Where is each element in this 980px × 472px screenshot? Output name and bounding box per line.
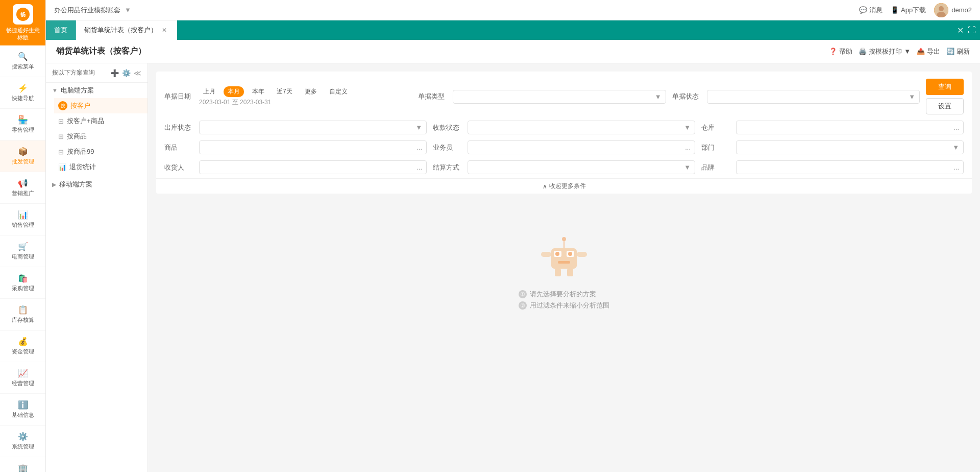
add-scheme-icon[interactable]: ➕ [110, 69, 119, 77]
user-btn[interactable]: demo2 [934, 3, 972, 17]
sidebar-item-system[interactable]: ⚙️ 系统管理 [0, 426, 45, 457]
receipt-arrow: ▼ [684, 124, 691, 131]
collapse-bar[interactable]: ∧ 收起更多条件 [156, 178, 972, 194]
tab-home[interactable]: 首页 [46, 20, 76, 40]
mobile-group-label: 移动端方案 [59, 180, 92, 189]
message-icon: 💬 [859, 6, 867, 14]
sidebar-item-purchase[interactable]: 🛍️ 采购管理 [0, 267, 45, 299]
panel-actions: ➕ ⚙️ ≪ [110, 69, 141, 77]
sidebar-item-sales[interactable]: 📊 销售管理 [0, 204, 45, 235]
tab-bar: 首页 销货单统计表（按客户） ✕ ✕ ⛶ [46, 20, 980, 40]
tree-item-return-stat[interactable]: 📊 退货统计 [54, 159, 148, 175]
sidebar-item-ecommerce[interactable]: 🛒 电商管理 [0, 235, 45, 267]
settlement-label: 结算方式 [433, 163, 463, 172]
tree-children-desktop: 按 按客户 ⊞ 按客户+商品 ⊟ 按商品 ⊟ 按商品99 [46, 98, 148, 175]
sidebar-item-operation[interactable]: 📈 经营管理 [0, 362, 45, 394]
messages-btn[interactable]: 💬 消息 [859, 6, 883, 15]
svg-point-3 [939, 6, 944, 11]
order-type-select[interactable]: ▼ [453, 90, 666, 104]
page-header-actions: ❓ 帮助 🖨️ 按模板打印 ▼ 📤 导出 🔄 刷新 [829, 47, 970, 56]
sidebar-item-enterprise[interactable]: 🏢 企业协同 [0, 457, 45, 472]
tree-item-by-product[interactable]: ⊟ 按商品 [54, 129, 148, 144]
print-btn[interactable]: 🖨️ 按模板打印 ▼ [859, 47, 911, 56]
search-icon: 🔍 [18, 52, 28, 61]
brand-row: 品牌 ... [701, 160, 964, 174]
sidebar-item-basic[interactable]: ℹ️ 基础信息 [0, 394, 45, 426]
sidebar-item-finance[interactable]: 💰 资金管理 [0, 331, 45, 362]
dropdown-arrow[interactable]: ▼ [125, 6, 131, 14]
settlement-arrow: ▼ [684, 163, 691, 171]
refresh-btn[interactable]: 🔄 刷新 [946, 47, 970, 56]
warehouse-label: 仓库 [701, 123, 732, 132]
svg-rect-12 [567, 269, 573, 276]
collapse-panel-icon[interactable]: ≪ [134, 69, 141, 77]
sidebar-item-marketing-label: 营销推广 [12, 190, 34, 197]
date-range-text: 2023-03-01 至 2023-03-31 [199, 98, 412, 107]
settings-scheme-icon[interactable]: ⚙️ [122, 69, 131, 77]
sidebar-item-operation-label: 经营管理 [12, 380, 34, 387]
tree-group-mobile[interactable]: ▶ 移动端方案 [46, 177, 148, 192]
brand-dots[interactable]: ... [953, 163, 959, 171]
sidebar-item-wholesale[interactable]: 📦 批发管理 [0, 140, 45, 172]
goods-input[interactable]: ... [199, 140, 427, 154]
settlement-select[interactable]: ▼ [468, 160, 695, 174]
date-tab-last-month[interactable]: 上月 [199, 86, 219, 97]
outbound-arrow: ▼ [415, 124, 422, 131]
warehouse-input[interactable]: ... [736, 121, 964, 134]
order-status-select[interactable]: ▼ [707, 90, 920, 104]
sidebar-logo[interactable]: 畅 畅捷通好生意 标版 [0, 0, 45, 45]
date-tab-7days[interactable]: 近7天 [273, 86, 297, 97]
tree-item-by-customer[interactable]: 按 按客户 [54, 98, 148, 113]
department-select[interactable]: ▼ [736, 140, 964, 154]
inventory-icon: 📋 [18, 305, 28, 315]
tree-item-by-product-99[interactable]: ⊟ 按商品99 [54, 144, 148, 159]
tree-group-desktop[interactable]: ▼ 电脑端方案 [46, 83, 148, 98]
action-buttons-col: 查询 设置 [926, 79, 964, 114]
salesperson-dots[interactable]: ... [685, 144, 691, 151]
sidebar-item-search[interactable]: 🔍 搜索菜单 [0, 45, 45, 77]
receiver-input[interactable]: ... [199, 160, 427, 174]
sidebar-item-marketing[interactable]: 📢 营销推广 [0, 172, 45, 204]
export-btn[interactable]: 📤 导出 [917, 47, 940, 56]
brand-input[interactable]: ... [736, 160, 964, 174]
left-panel: 按以下方案查询 ➕ ⚙️ ≪ ▼ 电脑端方案 按 按客户 [46, 63, 148, 472]
tab-sales-stat[interactable]: 销货单统计表（按客户） ✕ [76, 20, 177, 40]
print-dropdown-icon[interactable]: ▼ [904, 48, 911, 55]
finance-icon: 💰 [18, 337, 28, 346]
sidebar-item-inventory[interactable]: 📋 库存核算 [0, 299, 45, 331]
tab-expand-icon[interactable]: ⛶ [968, 26, 976, 35]
warehouse-dots[interactable]: ... [953, 124, 959, 131]
refresh-icon: 🔄 [946, 48, 954, 55]
date-tab-this-month[interactable]: 本月 [224, 86, 244, 97]
receiver-dots[interactable]: ... [416, 163, 422, 171]
sales-icon: 📊 [18, 210, 28, 220]
tree-item-by-customer-product[interactable]: ⊞ 按客户+商品 [54, 113, 148, 129]
sidebar-item-quick-nav[interactable]: ⚡ 快捷导航 [0, 77, 45, 109]
sidebar-item-purchase-label: 采购管理 [12, 285, 34, 292]
sidebar-item-wholesale-label: 批发管理 [12, 158, 34, 166]
date-label: 单据日期 [164, 92, 195, 101]
warehouse-row: 仓库 ... [701, 121, 964, 134]
sidebar: 畅 畅捷通好生意 标版 🔍 搜索菜单 ⚡ 快捷导航 🏪 零售管理 📦 批发管理 … [0, 0, 46, 472]
date-tab-custom[interactable]: 自定义 [325, 86, 352, 97]
date-tab-more[interactable]: 更多 [301, 86, 321, 97]
date-picker-group: 上月 本月 本年 近7天 更多 自定义 2023-03-01 至 2023-03… [199, 86, 412, 107]
receipt-select[interactable]: ▼ [468, 121, 695, 134]
outbound-select[interactable]: ▼ [199, 121, 427, 134]
salesperson-input[interactable]: ... [468, 140, 695, 154]
app-download-btn[interactable]: 📱 App下载 [891, 6, 926, 15]
sidebar-item-retail[interactable]: 🏪 零售管理 [0, 109, 45, 140]
goods-dots[interactable]: ... [416, 144, 422, 151]
date-tab-this-year[interactable]: 本年 [248, 86, 268, 97]
company-title: 办公用品行业模拟账套 [54, 6, 120, 15]
help-btn[interactable]: ❓ 帮助 [829, 47, 852, 56]
tab-close-icon[interactable]: ✕ [160, 26, 168, 34]
tip-num-1: ① [519, 290, 527, 298]
settings-button[interactable]: 设置 [926, 98, 964, 114]
export-icon: 📤 [917, 48, 925, 55]
sidebar-item-ecommerce-label: 电商管理 [12, 253, 34, 261]
receipt-label: 收款状态 [433, 123, 463, 132]
query-button[interactable]: 查询 [926, 79, 964, 95]
tab-close-window-icon[interactable]: ✕ [957, 26, 964, 35]
department-label: 部门 [701, 143, 732, 152]
